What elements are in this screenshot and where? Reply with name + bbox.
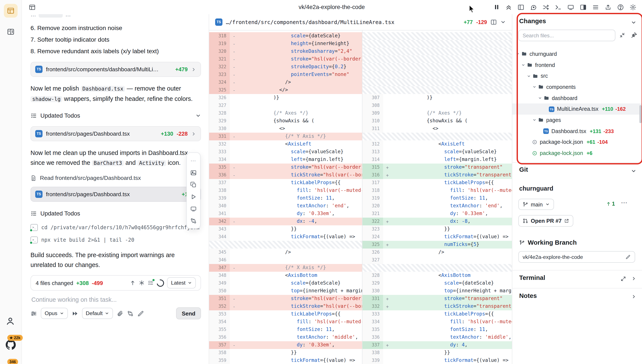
changes-tree-item[interactable]: package-lock.json+6: [512, 148, 642, 158]
sliders-icon[interactable]: [31, 310, 37, 316]
terminal-command-row[interactable]: >_ cd /private/var/folders/10/h7w0q46556…: [31, 224, 201, 231]
list-item: 7. Softer tooltip indicator dots: [31, 34, 201, 45]
diff-filler-row: [362, 264, 512, 272]
menu-icon[interactable]: [592, 4, 599, 10]
spark-button[interactable]: [139, 280, 145, 286]
preview-button[interactable]: [187, 202, 200, 214]
diff-filler-row: [362, 48, 512, 55]
changes-tree-item[interactable]: frontend: [512, 60, 642, 70]
diff-filler-row: [362, 86, 512, 94]
open-pr-button[interactable]: Open PR #7: [518, 215, 573, 227]
file-change-card[interactable]: TS frontend/src/components/dashboard/Mul…: [31, 62, 201, 77]
pen-icon[interactable]: [137, 310, 144, 316]
chevron-down-icon[interactable]: [631, 20, 636, 25]
workspaces-button[interactable]: [6, 26, 16, 37]
changes-tree-item[interactable]: components: [512, 82, 642, 92]
chevron-right-icon[interactable]: [631, 294, 636, 299]
message-input[interactable]: [31, 296, 203, 304]
changes-tree-item[interactable]: dashboard: [512, 93, 642, 104]
account-button[interactable]: [5, 316, 16, 327]
terminal-icon[interactable]: [555, 4, 562, 10]
git-compare-icon[interactable]: [127, 310, 134, 316]
copy-button[interactable]: [187, 178, 200, 190]
terminal-command-row[interactable]: >_ npx vite build 2>&1 | tail -20: [31, 236, 201, 244]
file-change-card[interactable]: TS frontend/src/pages/Dashboard.tsx +130…: [31, 126, 201, 141]
screenshot-button[interactable]: [187, 166, 200, 178]
preset-dropdown[interactable]: Default: [82, 308, 113, 319]
changes-tree-item[interactable]: src: [512, 70, 642, 82]
success-dot: [30, 241, 33, 244]
workspace-active-button[interactable]: [4, 4, 18, 18]
updated-todos-row[interactable]: Updated Todos: [31, 208, 201, 218]
terminal-command-icon: >_: [31, 236, 38, 244]
todos-status-button[interactable]: [148, 280, 154, 286]
collapse-up-icon[interactable]: [505, 4, 512, 10]
branch-dropdown[interactable]: main: [518, 199, 554, 210]
split-view-icon[interactable]: [490, 19, 497, 25]
working-branch-field[interactable]: vk/4e2a-explore-the-code: [518, 251, 635, 263]
tree-item-label: package-lock.json: [540, 139, 583, 145]
diff-line-old: 335-stroke="hsl(var(--border))": [209, 164, 362, 171]
changes-tree-item[interactable]: churnguard: [512, 48, 642, 60]
diff-line-new: 337+dy: 4,: [362, 341, 512, 349]
chevron-down-icon: [60, 311, 64, 316]
assistant-message: Build succeeds. The pre-existing import …: [31, 250, 201, 270]
diff-line-old: 339fontSize: 11,: [209, 194, 362, 202]
tree-item-label: dashboard: [552, 95, 577, 101]
scrollbar-thumb[interactable]: [639, 105, 641, 123]
spark-icon: [139, 280, 145, 286]
updated-todos-row[interactable]: Updated Todos: [31, 110, 201, 120]
cropped-code-chip: [39, 14, 63, 18]
gear-icon[interactable]: [629, 4, 636, 10]
search-input[interactable]: [519, 30, 615, 41]
expand-icon[interactable]: [620, 276, 626, 282]
panel-right-icon[interactable]: [580, 4, 586, 10]
help-icon[interactable]: [617, 4, 624, 10]
changes-tree-item[interactable]: package-lock.json+61-104: [512, 137, 642, 148]
diff-filler-row: [362, 133, 512, 140]
chevron-down-icon: [545, 202, 550, 206]
send-button[interactable]: Send: [176, 307, 201, 319]
file-change-card[interactable]: TS frontend/src/pages/Dashboard.tsx +1 -…: [31, 187, 201, 202]
diff-line-old: 350top={innerHeight + margin.top}: [209, 287, 362, 295]
panel-left-icon[interactable]: [517, 4, 524, 10]
diff-additions: +77: [464, 19, 473, 25]
chevron-down-icon[interactable]: [500, 19, 506, 25]
monitor-icon[interactable]: [567, 4, 574, 10]
tree-item-label: frontend: [535, 62, 555, 68]
diff-deletions: -129: [476, 19, 487, 25]
changes-tree-item[interactable]: TSDashboard.tsx+131-233: [512, 126, 642, 137]
diff-header: TS …/frontend/src/components/dashboard/M…: [209, 14, 512, 30]
changes-tree-item[interactable]: TSMultiLineArea.tsx+110-162: [512, 104, 642, 114]
share-icon[interactable]: [605, 4, 611, 10]
diff-line-new: 324tickFormat={(value) =>: [362, 233, 512, 241]
diff-button[interactable]: [187, 214, 200, 227]
shuffle-icon[interactable]: [542, 4, 549, 10]
diff-line-old: 333scale={valueScale}: [209, 148, 362, 156]
diff-line-old: 331-{/* Y Axis */}: [209, 133, 362, 140]
chevron-right-icon[interactable]: [631, 276, 636, 281]
model-dropdown[interactable]: Opus: [41, 308, 68, 319]
run-button[interactable]: [187, 190, 200, 202]
version-dropdown[interactable]: Latest: [167, 277, 196, 288]
read-file-row[interactable]: Read frontend/src/pages/Dashboard.tsx: [31, 175, 201, 181]
diff-line-new: 335fontSize: 11,: [362, 326, 512, 334]
pause-icon[interactable]: [493, 4, 500, 10]
more-button[interactable]: ⋯: [187, 154, 200, 166]
tree-item-label: package-lock.json: [540, 150, 583, 156]
fast-forward-icon[interactable]: [72, 310, 78, 316]
scroll-up-button[interactable]: [130, 280, 136, 286]
branch-more-button[interactable]: ⋯: [621, 199, 628, 206]
typescript-file-icon: TS: [35, 66, 43, 73]
pin-icon[interactable]: [631, 32, 637, 38]
chat-bubble-icon[interactable]: [530, 4, 537, 10]
chevron-down-icon[interactable]: [631, 168, 636, 174]
diff-line-old: 320-strokeDasharray="2,4": [209, 48, 362, 55]
diff-line-old: 338fill: 'hsl(var(--muted-foreground))',: [209, 187, 362, 194]
diff-line-new: 309{/* Axes */}: [362, 110, 512, 117]
up-arrow-icon: [130, 280, 136, 286]
diff-line-new: 333tickLabelProps={{: [362, 310, 512, 318]
search-collapse-icon[interactable]: [619, 32, 625, 38]
paperclip-icon[interactable]: [117, 310, 123, 316]
changes-tree-item[interactable]: pages: [512, 114, 642, 126]
